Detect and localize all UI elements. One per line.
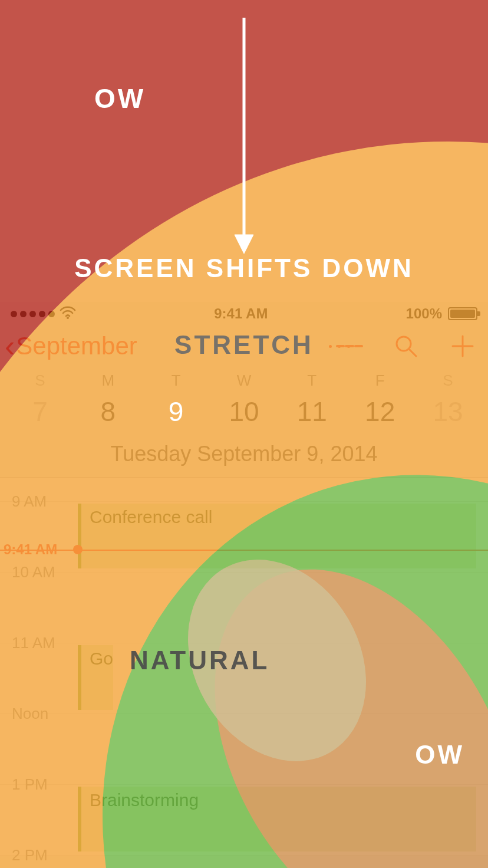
full-date: Tuesday September 9, 2014 [0, 436, 488, 478]
battery-percent: 100% [406, 305, 442, 322]
weekday-abbr: T [153, 371, 200, 390]
battery-icon [448, 307, 477, 320]
now-indicator-label: 9:41 AM [4, 541, 57, 558]
calendar-event[interactable]: Go [78, 645, 113, 710]
weekday-abbr: W [220, 371, 268, 390]
zone-label-ow: OW [94, 83, 146, 114]
date-cell[interactable]: 13 [424, 396, 471, 428]
zone-label-stretch: STRETCH [0, 330, 488, 360]
hour-label: 2 PM [12, 846, 48, 864]
hour-label: 10 AM [12, 563, 55, 581]
week-header: S M T W T F S [0, 367, 488, 390]
date-row: 7 8 9 10 11 12 13 [0, 390, 488, 436]
weekday-abbr: S [424, 371, 471, 390]
hour-label: 9 AM [12, 492, 47, 511]
phone-screen: 9:41 AM 100% ‹ September S [0, 302, 488, 868]
calendar-event[interactable]: Conference call [78, 504, 476, 568]
status-bar: 9:41 AM 100% [0, 302, 488, 326]
svg-point-0 [67, 317, 69, 319]
diagram-canvas: 9:41 AM 100% ‹ September S [0, 0, 488, 868]
zone-label-ow: OW [415, 740, 464, 770]
shift-caption: SCREEN SHIFTS DOWN [0, 254, 488, 283]
wifi-icon [60, 305, 76, 323]
svg-marker-11 [235, 235, 253, 254]
zone-label-natural: NATURAL [130, 646, 269, 675]
date-cell[interactable]: 12 [357, 396, 404, 428]
down-arrow-icon [231, 18, 257, 256]
hour-label: 11 AM [12, 634, 55, 652]
status-time: 9:41 AM [214, 305, 268, 322]
weekday-abbr: T [288, 371, 335, 390]
date-cell[interactable]: 8 [84, 396, 131, 428]
now-indicator-dot [73, 545, 83, 554]
status-right: 100% [406, 305, 477, 322]
weekday-abbr: S [17, 371, 64, 390]
status-left [11, 305, 76, 323]
date-cell[interactable]: 7 [17, 396, 64, 428]
date-cell[interactable]: 10 [220, 396, 268, 428]
date-cell-selected[interactable]: 9 [153, 396, 200, 428]
weekday-abbr: M [84, 371, 131, 390]
date-cell[interactable]: 11 [288, 396, 335, 428]
signal-dots-icon [11, 311, 55, 317]
weekday-abbr: F [357, 371, 404, 390]
hour-label: 1 PM [12, 775, 48, 794]
calendar-event[interactable]: Brainstorming [78, 787, 476, 851]
hour-label: Noon [12, 705, 48, 723]
